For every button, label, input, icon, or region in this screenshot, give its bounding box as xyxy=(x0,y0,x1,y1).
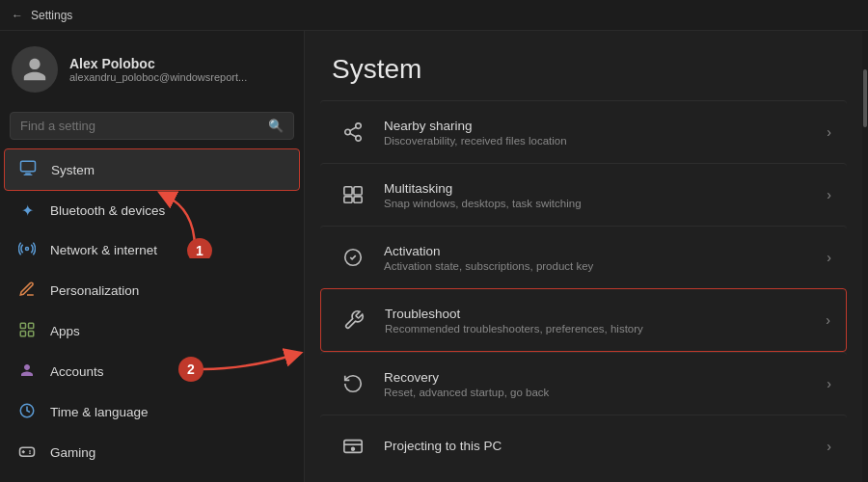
recovery-text: Recovery Reset, advanced startup, go bac… xyxy=(384,370,827,398)
settings-row-multitasking[interactable]: Multitasking Snap windows, desktops, tas… xyxy=(320,163,847,226)
apps-icon xyxy=(17,321,37,341)
system-icon xyxy=(18,159,38,180)
svg-point-12 xyxy=(356,136,362,142)
avatar xyxy=(12,46,58,93)
sidebar-item-bluetooth-label: Bluetooth & devices xyxy=(50,203,165,218)
title-bar: ← Settings xyxy=(0,0,868,31)
nearby-sharing-subtitle: Discoverability, received files location xyxy=(384,135,827,147)
recovery-subtitle: Reset, advanced startup, go back xyxy=(384,387,827,398)
sidebar-item-personalization-label: Personalization xyxy=(50,283,139,298)
projecting-icon xyxy=(336,429,370,464)
content-header: System xyxy=(305,31,862,100)
multitasking-text: Multitasking Snap windows, desktops, tas… xyxy=(384,181,827,209)
sidebar-item-time-label: Time & language xyxy=(50,405,149,419)
scrollbar-track[interactable] xyxy=(862,31,868,482)
recovery-chevron: › xyxy=(827,376,831,391)
user-info: Alex Poloboc alexandru_poloboc@windowsre… xyxy=(69,56,247,83)
scrollbar-thumb xyxy=(863,69,867,127)
accounts-icon xyxy=(17,362,37,382)
projecting-chevron: › xyxy=(827,439,831,454)
user-icon xyxy=(21,56,48,83)
nearby-sharing-icon xyxy=(336,115,370,149)
user-profile[interactable]: Alex Poloboc alexandru_poloboc@windowsre… xyxy=(0,31,304,108)
multitasking-title: Multitasking xyxy=(384,181,827,196)
sidebar-item-apps-label: Apps xyxy=(50,324,80,338)
svg-rect-5 xyxy=(29,323,34,328)
settings-list: Nearby sharing Discoverability, received… xyxy=(305,100,862,477)
app-window: ← Settings Alex Poloboc alexandru_polobo… xyxy=(0,0,868,482)
multitasking-chevron: › xyxy=(827,187,831,202)
projecting-text: Projecting to this PC xyxy=(384,439,827,455)
sidebar-item-network-label: Network & internet xyxy=(50,243,157,257)
svg-point-3 xyxy=(26,248,29,251)
sidebar-item-network[interactable]: Network & internet xyxy=(4,230,300,270)
settings-row-nearby-sharing[interactable]: Nearby sharing Discoverability, received… xyxy=(320,100,847,163)
activation-icon xyxy=(336,240,370,275)
projecting-title: Projecting to this PC xyxy=(384,439,827,453)
activation-title: Activation xyxy=(384,244,827,258)
page-title: System xyxy=(332,54,835,85)
personalization-icon xyxy=(17,281,37,301)
sidebar-item-system[interactable]: System xyxy=(4,148,300,191)
sidebar: Alex Poloboc alexandru_poloboc@windowsre… xyxy=(0,31,304,482)
back-button[interactable]: ← xyxy=(12,9,23,22)
main-layout: Alex Poloboc alexandru_poloboc@windowsre… xyxy=(0,31,868,482)
activation-chevron: › xyxy=(827,250,831,265)
sidebar-item-gaming[interactable]: Gaming xyxy=(4,433,300,472)
search-box[interactable]: 🔍 xyxy=(10,112,294,140)
settings-row-recovery[interactable]: Recovery Reset, advanced startup, go bac… xyxy=(320,352,847,415)
sidebar-item-system-label: System xyxy=(51,163,95,177)
sidebar-item-accounts[interactable]: Accounts xyxy=(4,352,300,391)
troubleshoot-title: Troubleshoot xyxy=(385,307,826,321)
network-icon xyxy=(17,240,37,260)
nearby-sharing-chevron: › xyxy=(827,124,831,140)
troubleshoot-icon xyxy=(337,303,371,337)
nearby-sharing-text: Nearby sharing Discoverability, received… xyxy=(384,119,827,147)
svg-point-19 xyxy=(352,447,355,450)
multitasking-subtitle: Snap windows, desktops, task switching xyxy=(384,198,827,209)
svg-rect-2 xyxy=(24,174,33,175)
user-email: alexandru_poloboc@windowsreport... xyxy=(69,71,247,83)
nearby-sharing-title: Nearby sharing xyxy=(384,119,827,133)
search-input[interactable] xyxy=(20,119,260,133)
svg-rect-4 xyxy=(20,323,25,328)
svg-rect-7 xyxy=(29,332,34,336)
bluetooth-icon: ✦ xyxy=(17,201,37,220)
gaming-icon xyxy=(17,442,37,463)
sidebar-item-gaming-label: Gaming xyxy=(50,445,95,460)
svg-rect-15 xyxy=(344,197,352,202)
activation-text: Activation Activation state, subscriptio… xyxy=(384,244,827,272)
svg-rect-6 xyxy=(20,332,25,336)
multitasking-icon xyxy=(336,177,370,212)
sidebar-item-bluetooth[interactable]: ✦ Bluetooth & devices xyxy=(4,192,300,229)
recovery-title: Recovery xyxy=(384,370,827,385)
recovery-icon xyxy=(336,366,370,401)
sidebar-item-personalization[interactable]: Personalization xyxy=(4,271,300,310)
troubleshoot-chevron: › xyxy=(826,312,830,328)
svg-rect-1 xyxy=(25,173,31,174)
svg-rect-13 xyxy=(344,187,352,195)
troubleshoot-text: Troubleshoot Recommended troubleshooters… xyxy=(385,307,826,335)
svg-rect-16 xyxy=(354,197,362,202)
svg-point-10 xyxy=(356,123,362,128)
title-bar-text: Settings xyxy=(31,9,72,22)
svg-rect-0 xyxy=(21,161,36,172)
time-icon xyxy=(17,402,37,422)
sidebar-item-time[interactable]: Time & language xyxy=(4,392,300,432)
user-name: Alex Poloboc xyxy=(69,56,247,71)
troubleshoot-subtitle: Recommended troubleshooters, preferences… xyxy=(385,323,826,335)
activation-subtitle: Activation state, subscriptions, product… xyxy=(384,260,827,272)
settings-row-activation[interactable]: Activation Activation state, subscriptio… xyxy=(320,226,847,288)
sidebar-item-accounts-label: Accounts xyxy=(50,364,104,379)
content-area: System Nearby sharing Discoverability, r… xyxy=(304,31,862,482)
nav-menu: System ✦ Bluetooth & devices Network & i… xyxy=(0,147,304,473)
sidebar-item-apps[interactable]: Apps xyxy=(4,311,300,351)
search-icon: 🔍 xyxy=(268,119,284,133)
settings-row-projecting[interactable]: Projecting to this PC › xyxy=(320,415,847,477)
svg-rect-14 xyxy=(354,187,362,195)
settings-row-troubleshoot[interactable]: Troubleshoot Recommended troubleshooters… xyxy=(320,288,847,352)
svg-point-11 xyxy=(345,129,351,135)
